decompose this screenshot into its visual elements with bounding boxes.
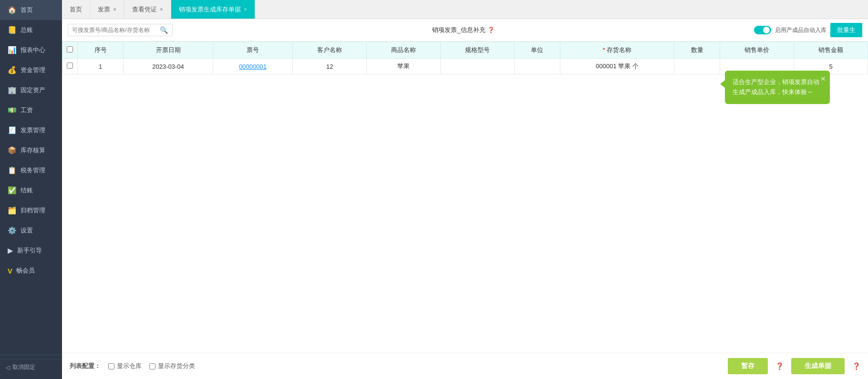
sidebar-label-reports: 报表中心	[21, 46, 45, 54]
sidebar-bottom: ◁ 取消固定	[0, 355, 62, 379]
toolbar-info: 销项发票_信息补充 ❓	[177, 26, 749, 34]
col-header-unit: 单位	[514, 42, 560, 59]
unfix-icon: ◁	[6, 364, 10, 371]
row-ticket-no: 00000001	[213, 59, 293, 74]
unfix-label: 取消固定	[12, 363, 35, 371]
unfix-sidebar-button[interactable]: ◁ 取消固定	[0, 359, 62, 375]
generate-button[interactable]: 生成单据	[791, 358, 845, 374]
tab-sales-invoice-label: 销项发票生成库存单据	[179, 5, 241, 14]
bottom-bar: 列表配置： 显示仓库 显示存货分类 暂存 ❓ 生成单据 ❓	[62, 353, 868, 379]
tab-invoice-label: 发票	[98, 5, 110, 14]
col-header-ticket-no: 票号	[213, 42, 293, 59]
batch-button[interactable]: 批量生	[830, 23, 862, 37]
tooltip-arrow	[720, 80, 725, 88]
tab-invoice[interactable]: 发票 ×	[90, 0, 124, 19]
auto-warehouse-toggle[interactable]	[754, 26, 771, 34]
sidebar-label-archive: 归档管理	[21, 206, 45, 215]
sidebar-item-settings[interactable]: ⚙️ 设置	[0, 221, 62, 241]
toolbar-right: 启用产成品自动入库 批量生	[754, 23, 862, 37]
search-box[interactable]: 🔍	[68, 24, 173, 36]
sidebar-item-assets[interactable]: 🏢 固定资产	[0, 80, 62, 100]
save-help-icon[interactable]: ❓	[775, 362, 784, 370]
show-category-checkbox[interactable]	[149, 363, 155, 369]
settings-icon: ⚙️	[8, 226, 17, 235]
tax-icon: 📋	[8, 166, 17, 175]
tab-sales-invoice-close[interactable]: ×	[244, 6, 247, 13]
row-goods-name: 苹果	[367, 59, 441, 74]
sidebar-item-home[interactable]: 🏠 首页	[0, 0, 62, 20]
sidebar-item-fund[interactable]: 💰 资金管理	[0, 60, 62, 80]
row-inventory: 000001 苹果 个	[560, 59, 674, 74]
sidebar-item-archive[interactable]: 🗂️ 归档管理	[0, 200, 62, 221]
row-seq: 1	[78, 59, 124, 74]
row-spec	[440, 59, 514, 74]
sidebar-label-tutorial: 新手引导	[17, 246, 42, 255]
sidebar-item-vip[interactable]: V 畅会员	[0, 261, 62, 281]
show-warehouse-item: 显示仓库	[108, 362, 142, 370]
toolbar: 🔍 销项发票_信息补充 ❓ 启用产成品自动入库 批量生	[62, 19, 868, 42]
sidebar-label-settings: 设置	[21, 226, 33, 235]
inventory-icon: 📦	[8, 146, 17, 155]
tutorial-icon: ▶	[8, 246, 13, 255]
col-header-spec: 规格型号	[440, 42, 514, 59]
reports-icon: 📊	[8, 46, 17, 54]
sidebar: 🏠 首页 📒 总账 📊 报表中心 💰 资金管理 🏢 固定资产 💵 工资 🧾 发票…	[0, 0, 62, 379]
info-help-icon[interactable]: ❓	[487, 27, 495, 33]
sidebar-item-reports[interactable]: 📊 报表中心	[0, 40, 62, 60]
tab-sales-invoice[interactable]: 销项发票生成库存单据 ×	[171, 0, 255, 19]
archive-icon: 🗂️	[8, 206, 17, 215]
col-header-inventory: 存货名称	[560, 42, 674, 59]
row-unit	[514, 59, 560, 74]
sidebar-item-invoice-mgmt[interactable]: 🧾 发票管理	[0, 120, 62, 140]
tooltip-box: ✕ 适合生产型企业，销项发票自动生成产成品入库，快来体验～	[725, 71, 830, 104]
sidebar-label-assets: 固定资产	[21, 86, 45, 95]
sidebar-item-general-ledger[interactable]: 📒 总账	[0, 20, 62, 40]
tab-home[interactable]: 首页	[62, 0, 90, 19]
tooltip-text: 适合生产型企业，销项发票自动生成产成品入库，快来体验～	[733, 78, 819, 95]
col-header-date: 开票日期	[124, 42, 213, 59]
sidebar-label-ledger: 总账	[21, 26, 33, 34]
tabbar: 首页 发票 × 查看凭证 × 销项发票生成库存单据 ×	[62, 0, 868, 19]
sidebar-label-inventory: 库存核算	[21, 146, 45, 155]
row-date: 2023-03-04	[124, 59, 213, 74]
sidebar-label-fund: 资金管理	[21, 66, 45, 74]
info-label: 销项发票_信息补充	[432, 26, 485, 34]
invoice-mgmt-icon: 🧾	[8, 126, 17, 135]
save-button[interactable]: 暂存	[728, 358, 768, 374]
col-header-amount: 销售金额	[794, 42, 868, 59]
tab-voucher-close[interactable]: ×	[160, 6, 163, 13]
main-area: 首页 发票 × 查看凭证 × 销项发票生成库存单据 × 🔍 销项发票_信息补充	[62, 0, 868, 379]
show-category-label: 显示存货分类	[158, 362, 195, 370]
vip-icon: V	[8, 267, 12, 275]
sidebar-label-checkout: 结账	[21, 186, 33, 195]
col-header-unit-price: 销售单价	[720, 42, 794, 59]
col-header-checkbox	[62, 42, 78, 59]
search-input[interactable]	[72, 27, 158, 33]
data-table: 序号 开票日期 票号 客户名称 商品名称 规格型号 单位 存货名称 数量 销售单…	[62, 42, 868, 74]
home-icon: 🏠	[8, 6, 17, 14]
sidebar-item-tax[interactable]: 📋 税务管理	[0, 160, 62, 180]
generate-help-icon[interactable]: ❓	[852, 362, 860, 370]
checkout-icon: ✅	[8, 186, 17, 195]
row-checkbox-0[interactable]	[67, 63, 73, 69]
sidebar-item-inventory[interactable]: 📦 库存核算	[0, 140, 62, 160]
row-checkbox-cell	[62, 59, 78, 74]
sidebar-item-tutorial[interactable]: ▶ 新手引导	[0, 241, 62, 261]
tab-voucher[interactable]: 查看凭证 ×	[124, 0, 171, 19]
fund-icon: 💰	[8, 66, 17, 74]
show-warehouse-checkbox[interactable]	[108, 363, 114, 369]
tab-voucher-label: 查看凭证	[132, 5, 157, 14]
sidebar-label-invoice-mgmt: 发票管理	[21, 126, 45, 135]
tooltip-wrap: ✕ 适合生产型企业，销项发票自动生成产成品入库，快来体验～	[725, 71, 830, 104]
sidebar-item-salary[interactable]: 💵 工资	[0, 100, 62, 120]
tab-invoice-close[interactable]: ×	[113, 6, 116, 13]
select-all-checkbox[interactable]	[67, 46, 73, 53]
sidebar-label-tax: 税务管理	[21, 166, 45, 175]
tooltip-close-button[interactable]: ✕	[820, 74, 826, 84]
show-warehouse-label: 显示仓库	[117, 362, 142, 370]
sidebar-label-home: 首页	[21, 6, 33, 14]
sidebar-label-salary: 工资	[21, 106, 33, 115]
toggle-label: 启用产成品自动入库	[775, 26, 827, 34]
col-header-goods-name: 商品名称	[367, 42, 441, 59]
sidebar-item-checkout[interactable]: ✅ 结账	[0, 180, 62, 200]
